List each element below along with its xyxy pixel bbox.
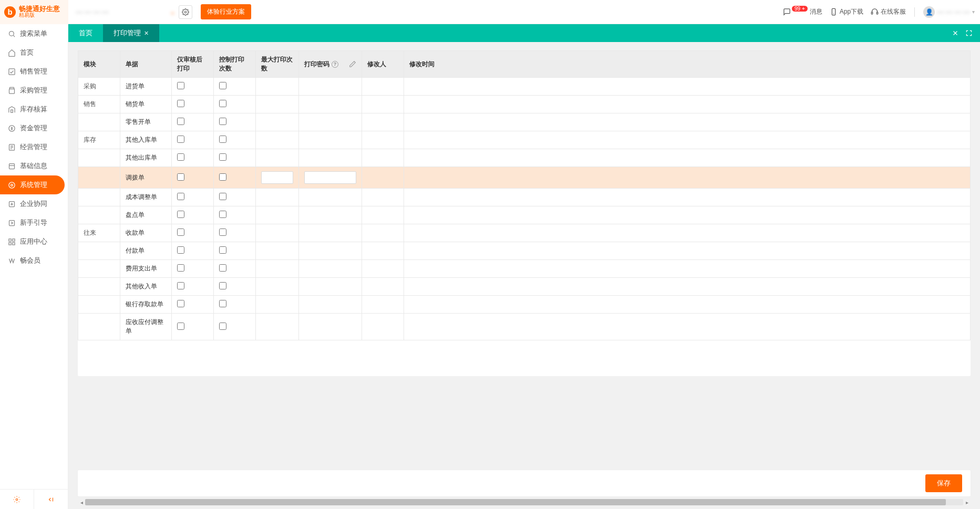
cell-only-after-audit bbox=[172, 260, 214, 278]
tab-print[interactable]: 打印管理✕ bbox=[103, 24, 159, 42]
control-count-checkbox[interactable] bbox=[219, 300, 226, 307]
sidebar-item-apps[interactable]: 应用中心 bbox=[0, 232, 68, 251]
cell-control-count bbox=[214, 296, 256, 314]
only-after-audit-checkbox[interactable] bbox=[177, 82, 184, 89]
sidebar-item-sales[interactable]: 销售管理 bbox=[0, 62, 68, 81]
control-count-checkbox[interactable] bbox=[219, 323, 226, 330]
control-count-checkbox[interactable] bbox=[219, 173, 226, 181]
control-count-checkbox[interactable] bbox=[219, 228, 226, 236]
sidebar-item-coop[interactable]: 企业协同 bbox=[0, 194, 68, 213]
sidebar-item-system[interactable]: 系统管理 bbox=[0, 175, 65, 194]
only-after-audit-checkbox[interactable] bbox=[177, 264, 184, 272]
cell-max-count bbox=[256, 113, 299, 131]
sidebar-settings-button[interactable] bbox=[0, 489, 34, 509]
cell-edit-time bbox=[404, 131, 971, 149]
app-download-link[interactable]: App下载 bbox=[830, 7, 863, 16]
report-icon bbox=[7, 143, 16, 151]
print-settings-table: 模块 单据 仅审核后打印 控制打印次数 最大打印次数 打印密码 ? bbox=[78, 50, 971, 340]
control-count-checkbox[interactable] bbox=[219, 118, 226, 125]
help-icon[interactable]: ? bbox=[332, 61, 338, 68]
control-count-checkbox[interactable] bbox=[219, 82, 226, 89]
cell-edit-time bbox=[404, 206, 971, 224]
edit-icon bbox=[349, 60, 356, 68]
table-header-row: 模块 单据 仅审核后打印 控制打印次数 最大打印次数 打印密码 ? bbox=[78, 51, 971, 78]
sidebar-item-stock[interactable]: 库存核算 bbox=[0, 100, 68, 119]
max-print-input[interactable] bbox=[261, 171, 293, 184]
only-after-audit-checkbox[interactable] bbox=[177, 118, 184, 125]
only-after-audit-checkbox[interactable] bbox=[177, 323, 184, 330]
messages-link[interactable]: 99 + 消息 bbox=[783, 7, 822, 16]
only-after-audit-checkbox[interactable] bbox=[177, 246, 184, 254]
only-after-audit-checkbox[interactable] bbox=[177, 136, 184, 143]
only-after-audit-checkbox[interactable] bbox=[177, 193, 184, 200]
cell-module bbox=[78, 242, 120, 260]
close-tabs-button[interactable] bbox=[952, 29, 959, 37]
scroll-left-icon[interactable]: ◂ bbox=[78, 500, 85, 505]
tab-home[interactable]: 首页 bbox=[68, 24, 103, 42]
only-after-audit-checkbox[interactable] bbox=[177, 211, 184, 218]
org-selector[interactable]: — — — — ⌄ bbox=[76, 5, 176, 19]
control-count-checkbox[interactable] bbox=[219, 136, 226, 143]
sidebar-item-search[interactable]: 搜索菜单 bbox=[0, 24, 68, 43]
table-row: 零售开单 bbox=[78, 113, 971, 131]
sidebar-item-basic[interactable]: 基础信息 bbox=[0, 157, 68, 175]
sidebar-item-finance[interactable]: 资金管理 bbox=[0, 119, 68, 138]
svg-rect-4 bbox=[876, 12, 878, 14]
sidebar-item-purchase[interactable]: 采购管理 bbox=[0, 81, 68, 100]
cell-print-password bbox=[299, 131, 362, 149]
promo-button[interactable]: 体验行业方案 bbox=[201, 4, 251, 19]
cell-edit-time bbox=[404, 224, 971, 242]
cell-print-password bbox=[299, 278, 362, 296]
sidebar-item-guide[interactable]: 新手引导 bbox=[0, 213, 68, 232]
control-count-checkbox[interactable] bbox=[219, 193, 226, 200]
svg-rect-15 bbox=[9, 163, 14, 169]
cell-edit-time bbox=[404, 260, 971, 278]
svg-rect-21 bbox=[8, 238, 11, 241]
control-count-checkbox[interactable] bbox=[219, 282, 226, 289]
only-after-audit-checkbox[interactable] bbox=[177, 100, 184, 107]
control-count-checkbox[interactable] bbox=[219, 100, 226, 107]
svg-rect-22 bbox=[12, 238, 14, 241]
sidebar-item-label: 首页 bbox=[20, 48, 34, 57]
sidebar-item-home[interactable]: 首页 bbox=[0, 43, 68, 62]
cell-control-count bbox=[214, 206, 256, 224]
control-count-checkbox[interactable] bbox=[219, 211, 226, 218]
org-selector-label: — — — — bbox=[76, 8, 109, 16]
cell-edit-time bbox=[404, 78, 971, 96]
cell-print-password bbox=[299, 260, 362, 278]
sidebar-collapse-button[interactable] bbox=[34, 489, 68, 509]
control-count-checkbox[interactable] bbox=[219, 264, 226, 272]
cell-editor bbox=[362, 242, 404, 260]
close-icon[interactable]: ✕ bbox=[144, 30, 149, 37]
table-row: 费用支出单 bbox=[78, 260, 971, 278]
print-password-input[interactable] bbox=[304, 171, 356, 184]
cell-only-after-audit bbox=[172, 296, 214, 314]
only-after-audit-checkbox[interactable] bbox=[177, 300, 184, 307]
only-after-audit-checkbox[interactable] bbox=[177, 153, 184, 161]
cell-print-password bbox=[299, 189, 362, 206]
settings-button[interactable] bbox=[179, 5, 192, 19]
cell-print-password bbox=[299, 167, 362, 189]
th-only-after-audit: 仅审核后打印 bbox=[172, 51, 214, 78]
cell-print-password bbox=[299, 296, 362, 314]
fullscreen-button[interactable] bbox=[965, 29, 973, 37]
control-count-checkbox[interactable] bbox=[219, 153, 226, 161]
sidebar-item-report[interactable]: 经营管理 bbox=[0, 138, 68, 157]
brand-area: b 畅捷通好生意 精易版 bbox=[0, 0, 68, 24]
control-count-checkbox[interactable] bbox=[219, 246, 226, 254]
sidebar-item-vip[interactable]: 畅会员 bbox=[0, 251, 68, 270]
only-after-audit-checkbox[interactable] bbox=[177, 282, 184, 289]
only-after-audit-checkbox[interactable] bbox=[177, 173, 184, 181]
online-service-link[interactable]: 在线客服 bbox=[871, 7, 906, 16]
separator bbox=[914, 7, 915, 17]
scroll-right-icon[interactable]: ▸ bbox=[963, 500, 971, 505]
horizontal-scrollbar[interactable]: ◂ ▸ bbox=[78, 498, 971, 506]
user-menu[interactable]: 👤 — — — — ▾ bbox=[923, 6, 975, 18]
cell-doc: 费用支出单 bbox=[120, 260, 172, 278]
save-button[interactable]: 保存 bbox=[925, 474, 962, 492]
edit-password-button[interactable] bbox=[349, 60, 356, 68]
cell-control-count bbox=[214, 278, 256, 296]
only-after-audit-checkbox[interactable] bbox=[177, 228, 184, 236]
cell-only-after-audit bbox=[172, 149, 214, 167]
svg-point-18 bbox=[8, 182, 14, 188]
